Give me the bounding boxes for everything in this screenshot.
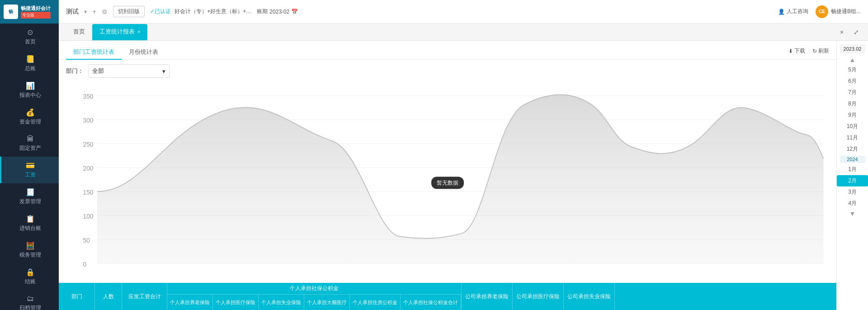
- date-prev-button[interactable]: ▲: [837, 55, 868, 64]
- sales-icon: 📋: [26, 215, 35, 223]
- th-company-unemployment: 公司承担失业保险: [564, 283, 615, 310]
- sidebar-item-label-archive: 归档管理: [19, 304, 41, 310]
- table-header-area: 部门 人数 应发工资合计 个人承担社保公积金 个人承担养老保险 个人承担医疗保险…: [59, 283, 836, 310]
- sidebar-item-assets[interactable]: 🏛固定资产: [0, 130, 59, 157]
- sidebar-item-label-ledger: 总账: [25, 65, 36, 72]
- company-dropdown-icon[interactable]: ▾: [84, 9, 87, 15]
- date-month-2024-1[interactable]: 1月: [837, 164, 868, 175]
- sidebar-item-salary[interactable]: 💳工资: [0, 157, 59, 183]
- period-area: 账期 2023-02 📅: [257, 8, 298, 15]
- ledger-icon: 📒: [26, 55, 35, 63]
- table-header: 部门 人数 应发工资合计 个人承担社保公积金 个人承担养老保险 个人承担医疗保险…: [59, 283, 836, 310]
- sidebar-item-label-assets: 固定资产: [19, 144, 41, 152]
- add-button[interactable]: +: [92, 8, 96, 16]
- sidebar-item-label-funds: 资金管理: [19, 118, 41, 126]
- product-tags: 好会计（专）+好生意（标）+…: [175, 8, 251, 15]
- department-select[interactable]: 全部 ▾: [88, 64, 170, 78]
- date-panel: 2023.02 ▲ 5月 6月 7月 8月 9月 10月 11月 12月 202…: [836, 41, 868, 310]
- th-personal-group-cells: 个人承担养老保险 个人承担医疗保险 个人承担失业保险 个人承担大额医疗 个人承担…: [167, 295, 461, 310]
- svg-text:100: 100: [83, 212, 94, 219]
- subtab-dept[interactable]: 部门工资统计表: [66, 45, 122, 60]
- refresh-button[interactable]: ↻ 刷新: [812, 47, 829, 55]
- sidebar-item-label-reports: 报表中心: [19, 91, 41, 99]
- sidebar-item-label-sales: 进销台账: [19, 224, 41, 232]
- sidebar-item-close[interactable]: 🔒结账: [0, 263, 59, 290]
- download-button[interactable]: ⬇ 下载: [788, 47, 805, 55]
- sidebar-item-tax[interactable]: 🧮税务管理: [0, 237, 59, 263]
- close-panel-button[interactable]: ×: [837, 28, 846, 37]
- chart-tooltip: 暂无数据: [431, 176, 464, 189]
- th-personal-unemployment: 个人承担失业保险: [259, 295, 304, 310]
- topbar: 测试 ▾ + ⚙ 切到旧版 ✓已认证 好会计（专）+好生意（标）+… 账期 20…: [59, 0, 868, 24]
- subtab-bar: 部门工资统计表 月份统计表 ⬇ 下载 ↻ 刷新: [59, 41, 836, 60]
- date-month-2024-4[interactable]: 4月: [837, 198, 868, 209]
- date-month-5[interactable]: 5月: [837, 64, 868, 76]
- topbar-right: 👤 人工咨询 CE 畅捷通B组...: [778, 5, 861, 18]
- date-month-2024-2[interactable]: 2月: [837, 175, 868, 186]
- th-personal-group-title: 个人承担社保公积金: [167, 283, 461, 295]
- tab-salary-report[interactable]: 工资统计报表 ×: [92, 24, 147, 40]
- sidebar-item-label-close: 结账: [25, 278, 36, 286]
- date-month-8[interactable]: 8月: [837, 98, 868, 110]
- logo-text: 畅捷通好会计 专业版: [21, 5, 51, 18]
- date-month-12[interactable]: 12月: [837, 143, 868, 155]
- sidebar-item-home[interactable]: ⊙首页: [0, 24, 59, 50]
- sidebar-item-ledger[interactable]: 📒总账: [0, 50, 59, 77]
- date-month-2024-3[interactable]: 3月: [837, 186, 868, 198]
- th-count: 人数: [95, 283, 122, 310]
- sidebar-item-reports[interactable]: 📊报表中心: [0, 77, 59, 104]
- sidebar: 畅 畅捷通好会计 专业版 ⊙首页📒总账📊报表中心💰资金管理🏛固定资产💳工资🧾发票…: [0, 0, 59, 310]
- select-arrow-icon: ▾: [162, 68, 165, 75]
- sidebar-logo: 畅 畅捷通好会计 专业版: [0, 0, 59, 24]
- svg-text:250: 250: [83, 141, 94, 148]
- th-total-salary: 应发工资合计: [122, 283, 167, 310]
- th-personal-pension: 个人承担养老保险: [167, 295, 213, 310]
- subtab-actions: ⬇ 下载 ↻ 刷新: [788, 47, 829, 57]
- support-icon: 👤: [778, 9, 785, 15]
- date-month-11[interactable]: 11月: [837, 132, 868, 143]
- date-next-button[interactable]: ▼: [837, 209, 868, 218]
- sidebar-item-label-home: 首页: [25, 38, 36, 46]
- calendar-icon[interactable]: 📅: [291, 9, 298, 15]
- sidebar-item-archive[interactable]: 🗂归档管理: [0, 290, 59, 310]
- tab-home[interactable]: 首页: [66, 24, 92, 40]
- tab-close-icon[interactable]: ×: [137, 29, 140, 34]
- tabbar-actions: × ⤢: [837, 28, 861, 37]
- settings-icon[interactable]: ⚙: [102, 8, 108, 15]
- th-company-medical: 公司承担医疗保险: [513, 283, 564, 310]
- support-button[interactable]: 👤 人工咨询: [778, 8, 808, 15]
- invoice-icon: 🧾: [26, 188, 35, 196]
- svg-text:350: 350: [83, 93, 94, 100]
- th-personal-total: 个人承担社保公积金合计: [401, 295, 461, 310]
- main-panel: 部门工资统计表 月份统计表 ⬇ 下载 ↻ 刷新 部门： 全部: [59, 41, 836, 310]
- svg-text:200: 200: [83, 165, 94, 172]
- certified-status: ✓已认证: [150, 8, 171, 15]
- date-month-10[interactable]: 10月: [837, 121, 868, 132]
- svg-text:150: 150: [83, 189, 94, 196]
- switch-version-button[interactable]: 切到旧版: [113, 6, 145, 17]
- sidebar-item-sales[interactable]: 📋进销台账: [0, 210, 59, 237]
- date-display: 2023.02: [840, 44, 865, 53]
- company-name: 测试: [66, 8, 79, 16]
- filter-label: 部门：: [66, 67, 84, 75]
- th-personal-group: 个人承担社保公积金 个人承担养老保险 个人承担医疗保险 个人承担失业保险 个人承…: [167, 283, 462, 310]
- sidebar-item-label-tax: 税务管理: [19, 251, 41, 259]
- filter-bar: 部门： 全部 ▾: [59, 60, 836, 82]
- date-month-7[interactable]: 7月: [837, 87, 868, 98]
- th-personal-medical: 个人承担医疗保险: [213, 295, 259, 310]
- year-badge-2024: 2024: [840, 156, 865, 163]
- sidebar-item-invoice[interactable]: 🧾发票管理: [0, 183, 59, 210]
- subtab-monthly[interactable]: 月份统计表: [122, 45, 165, 60]
- tabbar: 首页 工资统计报表 × × ⤢: [59, 24, 868, 41]
- user-area: CE 畅捷通B组...: [816, 5, 861, 18]
- svg-text:0: 0: [83, 260, 87, 267]
- sidebar-item-label-salary: 工资: [25, 171, 36, 179]
- svg-text:300: 300: [83, 117, 94, 124]
- sidebar-nav: ⊙首页📒总账📊报表中心💰资金管理🏛固定资产💳工资🧾发票管理📋进销台账🧮税务管理🔒…: [0, 24, 59, 310]
- svg-text:50: 50: [83, 236, 90, 243]
- user-name: 畅捷通B组...: [831, 8, 861, 15]
- date-month-9[interactable]: 9月: [837, 110, 868, 121]
- date-month-6[interactable]: 6月: [837, 76, 868, 87]
- sidebar-item-funds[interactable]: 💰资金管理: [0, 104, 59, 130]
- expand-panel-button[interactable]: ⤢: [852, 28, 861, 37]
